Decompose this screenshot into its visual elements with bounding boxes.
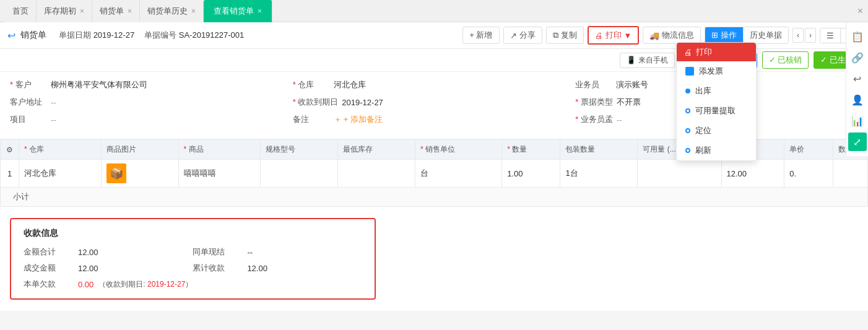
- sidebar-icon-1[interactable]: 📋: [848, 27, 867, 46]
- next-button[interactable]: ›: [805, 28, 816, 43]
- tab-inventory-close[interactable]: ×: [80, 7, 84, 15]
- row-min-stock: [338, 160, 415, 188]
- same-order-value: --: [247, 248, 253, 257]
- operations-button[interactable]: ⊞ 操作: [705, 27, 744, 43]
- dropdown-header: 🖨 打印: [677, 43, 756, 61]
- tab-view-sales[interactable]: 查看销货单 ×: [204, 0, 272, 22]
- from-phone-button[interactable]: 📱 来自手机: [620, 53, 675, 68]
- address-label: 客户地址: [10, 97, 47, 108]
- tab-sales-close[interactable]: ×: [128, 7, 132, 15]
- tab-home[interactable]: 首页: [5, 0, 37, 22]
- logistics-button[interactable]: 🚚 物流信息: [643, 27, 701, 44]
- list-view-button[interactable]: ☰: [820, 28, 841, 43]
- row-quantity: 1.00: [502, 160, 560, 188]
- outbound-item[interactable]: 出库: [677, 81, 756, 101]
- note-field: 备注 ＋ + 添加备注: [293, 114, 576, 125]
- sidebar-icon-2[interactable]: 🔗: [848, 48, 867, 67]
- tab-sales-history-close[interactable]: ×: [191, 7, 196, 15]
- tab-sales-history[interactable]: 销货单历史 ×: [140, 0, 204, 22]
- number-label: 单据编号 SA-20191227-001: [144, 30, 244, 41]
- row-price: 0.: [784, 160, 833, 188]
- location-item[interactable]: 定位: [677, 121, 756, 141]
- subtotal-label: 小计: [1, 188, 868, 207]
- tab-view-sales-close[interactable]: ×: [258, 7, 262, 15]
- sidebar-icon-5[interactable]: 📊: [848, 111, 867, 130]
- row-stock: 12.00: [721, 160, 784, 188]
- transaction-amount-value: 12.00: [78, 264, 98, 273]
- check-icon-2: ✓: [820, 55, 827, 64]
- toolbar-actions: + 新增 ↗ 分享 ⧉ 复制 🖨 打印 ▼ 🚚 物流信息 ⊞: [462, 26, 861, 45]
- tab-sales[interactable]: 销货单 ×: [92, 0, 140, 22]
- note-label: 备注: [293, 114, 330, 125]
- ticket-type-value: 不开票: [617, 97, 641, 108]
- date-label: 单据日期 2019-12-27: [59, 30, 134, 41]
- staff-label: 业务员孟: [575, 114, 613, 125]
- warehouse-value: 河北仓库: [334, 79, 366, 90]
- same-order-label: 同单现结: [193, 246, 242, 258]
- doc-meta: 单据日期 2019-12-27 单据编号 SA-20191227-001: [59, 30, 244, 41]
- current-owe-row: 本单欠款 0.00 （收款到期日: 2019-12-27）: [24, 279, 193, 290]
- new-button[interactable]: + 新增: [462, 27, 499, 44]
- check-circle-icon: ✓: [769, 55, 776, 64]
- refresh-item[interactable]: 刷新: [677, 141, 756, 160]
- prev-button[interactable]: ‹: [792, 28, 804, 43]
- th-quantity: 数量: [502, 140, 560, 160]
- row-num: 1: [1, 160, 19, 188]
- sidebar-icon-expand[interactable]: ⤢: [848, 132, 867, 151]
- grid-icon: ⊞: [711, 30, 718, 40]
- right-sidebar: 📋 🔗 ↩ 👤 📊 ⤢: [846, 22, 868, 156]
- print-dropdown-icon: 🖨: [684, 48, 692, 57]
- th-settings[interactable]: ⚙: [1, 140, 19, 160]
- th-product: 商品: [178, 140, 261, 160]
- number-value: SA-20191227-001: [179, 30, 245, 40]
- project-value: --: [51, 115, 56, 124]
- cumulative-payment-row: 累计收款 12.00: [193, 263, 362, 274]
- th-unit: 销售单位: [415, 140, 501, 160]
- row-amount: [833, 160, 868, 188]
- share-icon: ↗: [510, 31, 517, 40]
- nav-arrows: ‹ ›: [792, 28, 816, 43]
- amount-total-label: 金额合计: [24, 246, 73, 258]
- amount-total-value: 12.00: [78, 248, 98, 257]
- row-product: 嘻嘻嘻嘻: [178, 160, 261, 188]
- cumulative-payment-label: 累计收款: [193, 263, 242, 274]
- sidebar-icon-4[interactable]: 👤: [848, 90, 867, 109]
- th-spec: 规格型号: [261, 140, 338, 160]
- due-date-value: 2019-12-27: [147, 280, 185, 289]
- payment-date-value: 2019-12-27: [342, 98, 383, 107]
- payment-date-field: 收款到期日 2019-12-27: [293, 97, 576, 108]
- row-available: [638, 160, 721, 188]
- print-button[interactable]: 🖨 打印 ▼: [588, 26, 640, 45]
- project-label: 项目: [10, 114, 47, 125]
- cumulative-payment-value: 12.00: [247, 264, 267, 273]
- payment-rows: 金额合计 12.00 同单现结 -- 成交金额 12.00 累计收款 12.00…: [24, 246, 362, 290]
- window-close-button[interactable]: ×: [857, 6, 863, 17]
- refresh-icon: [685, 148, 690, 153]
- doc-name: 销货单: [20, 30, 46, 41]
- th-min-stock: 最低库存: [338, 140, 415, 160]
- transaction-amount-row: 成交金额 12.00: [24, 263, 193, 274]
- available-pickup-item[interactable]: 可用量提取: [677, 101, 756, 121]
- add-note-button[interactable]: ＋ + 添加备注: [334, 114, 383, 125]
- copy-button[interactable]: ⧉ 复制: [546, 27, 584, 44]
- tab-inventory[interactable]: 库存期初 ×: [37, 0, 92, 22]
- share-button[interactable]: ↗ 分享: [503, 27, 542, 44]
- available-icon: [685, 108, 690, 113]
- date-value: 2019-12-27: [93, 30, 135, 40]
- address-value: --: [51, 98, 56, 107]
- add-invoice-item[interactable]: 添发票: [677, 61, 756, 81]
- sold-button[interactable]: ✓ 已核销: [762, 51, 809, 69]
- history-button[interactable]: 历史单据: [744, 27, 788, 43]
- row-package-qty: 1台: [560, 160, 638, 188]
- customer-label: 客户: [10, 79, 47, 90]
- th-warehouse: 仓库: [19, 140, 102, 160]
- salesperson-label: 业务员: [575, 79, 612, 90]
- current-owe-label: 本单欠款: [24, 279, 73, 290]
- same-order-row: 同单现结 --: [193, 246, 362, 258]
- sidebar-icon-3[interactable]: ↩: [848, 69, 867, 88]
- salesperson-value: 演示账号: [616, 79, 648, 90]
- doc-icon: ↩: [7, 30, 15, 41]
- tab-bar: 首页 库存期初 × 销货单 × 销货单历史 × 查看销货单 × ×: [0, 0, 868, 22]
- subtotal-row: 小计: [1, 188, 868, 207]
- address-field: 客户地址 --: [10, 97, 293, 108]
